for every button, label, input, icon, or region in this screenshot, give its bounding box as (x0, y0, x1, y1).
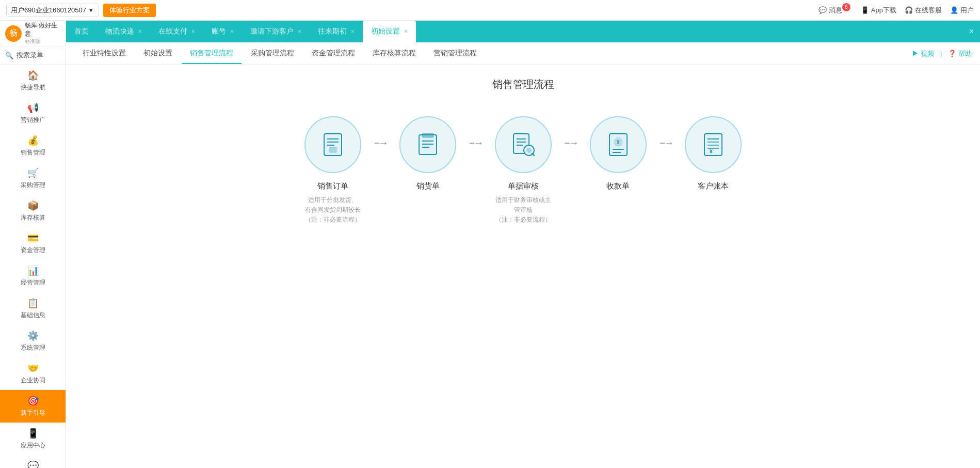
flow-arrow-1: - - → (374, 116, 387, 149)
svg-text:¥: ¥ (617, 139, 620, 145)
svg-text:¥: ¥ (710, 149, 713, 154)
download-icon: 📱 (861, 6, 869, 14)
purchase-icon: 🛒 (27, 167, 39, 179)
app-download-btn[interactable]: 📱 App下载 (861, 6, 896, 15)
divider: | (940, 50, 942, 57)
tab-initial-setup-label: 初始设置 (371, 27, 400, 36)
sidebar-item-new-guide[interactable]: 🎯 新手引导 (0, 390, 66, 423)
sub-tab-industry-setting[interactable]: 行业特性设置 (74, 43, 134, 64)
flow-circle-receipt: ¥ (590, 116, 647, 173)
flow-circle-customer-ledger: ¥ (685, 116, 742, 173)
sidebar-item-marketing-promo[interactable]: 📢 营销推广 (0, 97, 66, 130)
flow-step-name-customer-ledger: 客户账本 (698, 181, 729, 191)
sidebar-search[interactable]: 🔍 搜索菜单 (0, 46, 66, 65)
help-icon: ❓ (948, 50, 956, 57)
sub-tab-sales-flow[interactable]: 销售管理流程 (182, 43, 242, 64)
headset-icon: 🎧 (905, 6, 913, 14)
svg-rect-6 (422, 133, 433, 137)
logo-icon: 畅 (5, 25, 22, 42)
flow-step-receipt: ¥ 收款单 (577, 116, 660, 195)
basic-info-icon: 📋 (27, 298, 39, 309)
tab-past-period[interactable]: 往来期初 × (310, 21, 363, 42)
user-avatar-btn[interactable]: 👤 用户 (950, 6, 974, 15)
tab-online-payment[interactable]: 在线支付 × (150, 21, 203, 42)
svg-rect-22 (704, 134, 722, 155)
sub-tab-inventory-flow[interactable]: 库存核算流程 (364, 43, 424, 64)
service-label: 在线客服 (915, 6, 942, 15)
search-icon: 🔍 (5, 52, 13, 59)
tab-logistics[interactable]: 物流快递 × (97, 21, 150, 42)
tab-invite-customer-close[interactable]: × (298, 28, 301, 35)
sidebar-item-basic-info[interactable]: 📋 基础信息 (0, 292, 66, 325)
nav-tabs-close-all[interactable]: × (963, 27, 980, 36)
video-label: 视频 (921, 50, 934, 57)
sidebar-item-operations-mgmt[interactable]: 📊 经营管理 (0, 260, 66, 292)
sidebar-item-inventory[interactable]: 📦 库存核算 (0, 195, 66, 227)
finance-icon: 💳 (27, 232, 39, 244)
sub-tab-finance-flow[interactable]: 资金管理流程 (303, 43, 363, 64)
sidebar-item-enterprise-wechat[interactable]: 💬 企业微信 (0, 455, 66, 468)
sidebar-item-purchase-mgmt[interactable]: 🛒 采购管理 (0, 162, 66, 195)
svg-point-15 (526, 148, 532, 153)
tab-home[interactable]: 首页 (66, 21, 97, 42)
logo-title: 畅库·做好生意 (25, 22, 60, 38)
help-label: 帮助 (958, 50, 972, 57)
sidebar-item-app-center[interactable]: 📱 应用中心 (0, 423, 66, 455)
tab-initial-setup-close[interactable]: × (404, 28, 408, 35)
nav-tabs: 首页 物流快递 × 在线支付 × 账号 × 邀请下游客户 × 往来期初 × (66, 21, 980, 42)
top-bar-right: 💬 消息 6 📱 App下载 🎧 在线客服 👤 用户 (818, 6, 974, 15)
tab-account[interactable]: 账号 × (203, 21, 242, 42)
sidebar-item-enterprise-collab[interactable]: 🤝 企业协同 (0, 357, 66, 390)
top-bar: 用户690企业1660120507 ▾ 体验行业方案 💬 消息 6 📱 App下… (0, 0, 980, 21)
user-selector[interactable]: 用户690企业1660120507 ▾ (6, 4, 99, 17)
video-btn[interactable]: ▶ 视频 (912, 49, 934, 58)
flow-arrow-4: - - → (660, 116, 672, 149)
app-center-icon: 📱 (27, 428, 39, 439)
message-label: 消息 (829, 6, 842, 15)
flow-step-desc-doc-review: 适用于财务审核或主管审核（注：非必要流程） (495, 195, 551, 225)
sub-tab-marketing-flow[interactable]: 营销管理流程 (425, 43, 485, 64)
system-icon: ⚙️ (27, 330, 39, 341)
tab-logistics-close[interactable]: × (138, 28, 142, 35)
sidebar-item-sales-mgmt[interactable]: 💰 销售管理 (0, 130, 66, 162)
avatar-icon: 👤 (950, 6, 958, 14)
flow-arrow-2: - - → (469, 116, 481, 149)
sidebar-item-quick-nav[interactable]: 🏠 快捷导航 (0, 65, 66, 97)
flow-step-name-doc-review: 单据审核 (508, 181, 539, 191)
tab-online-payment-close[interactable]: × (191, 28, 195, 35)
sub-tab-initial-setup[interactable]: 初始设置 (135, 43, 181, 64)
tab-home-label: 首页 (74, 27, 89, 36)
tab-invite-customer[interactable]: 邀请下游客户 × (242, 21, 310, 42)
sales-icon: 💰 (27, 135, 39, 146)
sub-tab-purchase-flow[interactable]: 采购管理流程 (243, 43, 302, 64)
flow-step-customer-ledger: ¥ 客户账本 (672, 116, 754, 195)
sidebar-item-finance-mgmt[interactable]: 💳 资金管理 (0, 227, 66, 260)
sidebar-logo: 畅 畅库·做好生意 标准版 (0, 21, 66, 46)
flow-step-name-sales-delivery: 销货单 (416, 181, 440, 191)
tab-account-close[interactable]: × (230, 28, 234, 35)
main-layout: 畅 畅库·做好生意 标准版 🔍 搜索菜单 🏠 快捷导航 📢 营销推广 💰 销售管… (0, 21, 980, 468)
flow-circle-doc-review (495, 116, 552, 173)
trial-button[interactable]: 体验行业方案 (103, 4, 156, 17)
tab-initial-setup[interactable]: 初始设置 × (363, 21, 416, 42)
help-btn[interactable]: ❓ 帮助 (948, 49, 972, 58)
flow-step-doc-review: 单据审核 适用于财务审核或主管审核（注：非必要流程） (482, 116, 565, 225)
sub-tabs-actions: ▶ 视频 | ❓ 帮助 (912, 49, 972, 58)
sidebar-item-system-mgmt[interactable]: ⚙️ 系统管理 (0, 325, 66, 357)
flow-step-sales-order: 销售订单 适用于分批发货、有合同发货周期较长（注：非必要流程） (292, 116, 374, 225)
flow-circle-sales-delivery (399, 116, 456, 173)
video-icon: ▶ (912, 50, 919, 57)
flow-step-name-sales-order: 销售订单 (317, 181, 348, 191)
flow-circle-sales-order (304, 116, 361, 173)
app-label: App下载 (871, 6, 896, 15)
message-btn[interactable]: 💬 消息 6 (818, 6, 853, 15)
tab-past-period-close[interactable]: × (351, 28, 355, 35)
sub-tabs: 行业特性设置 初始设置 销售管理流程 采购管理流程 资金管理流程 库存核算流程 … (66, 42, 980, 65)
inventory-icon: 📦 (27, 200, 39, 211)
online-service-btn[interactable]: 🎧 在线客服 (905, 6, 942, 15)
wechat-icon: 💬 (27, 460, 39, 468)
top-bar-left: 用户690企业1660120507 ▾ 体验行业方案 (6, 4, 156, 17)
flow-step-sales-delivery: 销货单 (387, 116, 469, 195)
logo-text-block: 畅库·做好生意 标准版 (25, 22, 60, 45)
flow-diagram: 销售订单 适用于分批发货、有合同发货周期较长（注：非必要流程） - - → (83, 116, 963, 225)
